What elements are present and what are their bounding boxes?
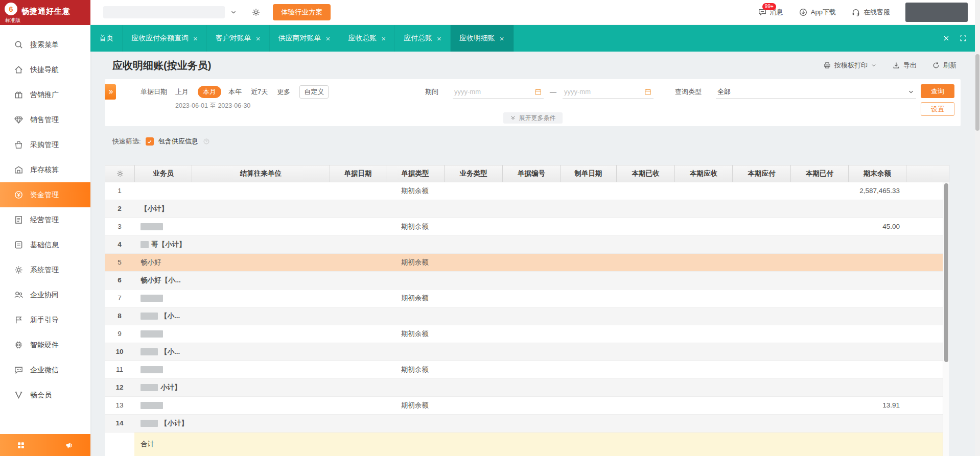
empty-cell [502, 397, 560, 415]
tab-3[interactable]: 供应商对账单× [270, 25, 340, 52]
date-filter-group: 单据日期 上月本月本年近7天更多自定义 [141, 85, 329, 99]
column-header-2[interactable]: 单据日期 [330, 165, 386, 182]
page-scrollbar-thumb[interactable] [975, 54, 979, 131]
table-scrollbar-thumb[interactable] [944, 183, 948, 362]
tab-close-icon[interactable]: × [326, 35, 331, 42]
date-option-0[interactable]: 上月 [175, 87, 189, 97]
collapse-panel-button[interactable] [105, 84, 116, 100]
expand-more-button[interactable]: 展开更多条件 [503, 112, 563, 124]
sidebar-item-warehouse[interactable]: 库存核算 [0, 157, 90, 182]
messages-button[interactable]: 99+ 消息 [758, 8, 783, 17]
industry-solution-button[interactable]: 体验行业方案 [273, 4, 331, 20]
date-option-3[interactable]: 近7天 [251, 87, 268, 97]
column-header-4[interactable]: 业务类型 [445, 165, 503, 182]
sidebar-item-diamond[interactable]: 销售管理 [0, 107, 90, 132]
sidebar-item-bag[interactable]: 采购管理 [0, 132, 90, 157]
table-row[interactable]: 10【小... [105, 343, 949, 361]
sidebar-item-report[interactable]: 经营管理 [0, 207, 90, 232]
date-option-5[interactable]: 自定义 [299, 85, 329, 99]
table-row[interactable]: 5畅小好期初余额 [105, 254, 949, 272]
tab-close-icon[interactable]: × [381, 35, 386, 42]
export-button[interactable]: 导出 [892, 61, 917, 70]
column-header-0[interactable]: 业务员 [135, 165, 192, 182]
column-header-3[interactable]: 单据类型 [386, 165, 445, 182]
column-header-11[interactable]: 期末余额 [849, 165, 906, 182]
table-row[interactable]: 2【小计】 [105, 200, 949, 218]
empty-cell [560, 343, 616, 361]
tab-6[interactable]: 应收明细账× [451, 25, 514, 52]
tab-close-icon[interactable]: × [437, 35, 441, 42]
online-service-button[interactable]: 在线客服 [851, 8, 890, 17]
table-row[interactable]: 1期初余额2,587,465.33 [105, 182, 949, 200]
sidebar-item-wechat[interactable]: 企业微信 [0, 357, 90, 382]
period-to-input[interactable]: yyyy-mm [563, 85, 654, 99]
refresh-button[interactable]: 刷新 [932, 61, 956, 70]
tab-close-icon[interactable]: × [256, 35, 261, 42]
sidebar-item-info[interactable]: 基础信息 [0, 232, 90, 257]
close-all-tabs-icon[interactable] [942, 34, 950, 42]
tab-close-icon[interactable]: × [193, 35, 198, 42]
column-header-5[interactable]: 单据编号 [503, 165, 561, 182]
table-row[interactable]: 4哥【小计】 [105, 236, 949, 254]
table-row[interactable]: 12小计】 [105, 379, 949, 397]
help-icon[interactable] [203, 138, 210, 145]
column-header-1[interactable]: 结算往来单位 [192, 165, 330, 182]
tab-4[interactable]: 应收总账× [339, 25, 395, 52]
brand-area: 6 畅捷通好生意 标准版 [0, 0, 90, 25]
table-row[interactable]: 13期初余额13.91 [105, 397, 949, 415]
empty-cell [906, 415, 943, 433]
include-supply-checkbox[interactable] [146, 137, 154, 146]
search-button[interactable]: 查询 [921, 84, 954, 98]
empty-cell [790, 290, 848, 307]
print-by-template-button[interactable]: 按模板打印 [823, 61, 877, 70]
period-from-input[interactable]: yyyy-mm [453, 85, 544, 99]
tab-1[interactable]: 应收应付余额查询× [123, 25, 207, 52]
sidebar-item-member[interactable]: 畅会员 [0, 382, 90, 407]
date-option-2[interactable]: 本年 [228, 87, 242, 97]
announcement-icon[interactable] [65, 441, 74, 450]
table-row[interactable]: 11期初余额 [105, 361, 949, 379]
tab-2[interactable]: 客户对账单× [207, 25, 270, 52]
sidebar-item-hardware[interactable]: 智能硬件 [0, 332, 90, 357]
sidebar-item-gift[interactable]: 营销推广 [0, 82, 90, 107]
fullscreen-icon[interactable] [960, 35, 967, 42]
table-row[interactable]: 6畅小好【小... [105, 272, 949, 290]
column-header-8[interactable]: 本期应收 [675, 165, 733, 182]
date-option-4[interactable]: 更多 [277, 87, 290, 97]
column-header-9[interactable]: 本期应付 [733, 165, 791, 182]
column-settings-button[interactable] [105, 165, 135, 182]
date-option-1[interactable]: 本月 [198, 86, 221, 98]
sidebar-item-search[interactable]: 搜索菜单 [0, 32, 90, 57]
apps-grid-icon[interactable] [16, 441, 26, 450]
tab-5[interactable]: 应付总账× [395, 25, 451, 52]
tab-close-icon[interactable]: × [500, 35, 504, 42]
column-header-10[interactable]: 本期已付 [791, 165, 849, 182]
print-label: 按模板打印 [834, 61, 868, 70]
page-scrollbar[interactable] [975, 0, 980, 456]
table-row[interactable]: 7期初余额 [105, 290, 949, 307]
empty-cell [732, 361, 790, 379]
sidebar-item-collab[interactable]: 企业协同 [0, 282, 90, 307]
table-row[interactable]: 8【小... [105, 307, 949, 325]
sidebar-item-home[interactable]: 快捷导航 [0, 57, 90, 82]
query-type-select[interactable]: 全部 [716, 85, 916, 99]
settle-unit-cell [192, 236, 330, 254]
column-header-6[interactable]: 制单日期 [561, 165, 617, 182]
gear-icon [14, 265, 24, 275]
table-row[interactable]: 9期初余额 [105, 325, 949, 343]
settings-gear-icon[interactable] [251, 8, 261, 17]
column-header-7[interactable]: 本期已收 [617, 165, 675, 182]
sidebar-item-gear[interactable]: 系统管理 [0, 257, 90, 282]
sidebar-item-money[interactable]: 资金管理 [0, 182, 90, 207]
settle-unit-cell [192, 325, 330, 343]
table-scrollbar[interactable] [943, 182, 949, 456]
tab-0[interactable]: 首页 [90, 25, 123, 52]
settings-button[interactable]: 设置 [921, 102, 954, 116]
export-icon [892, 61, 900, 69]
table-row[interactable]: 3期初余额45.00 [105, 218, 949, 236]
total-label-cell: 合计 [134, 433, 192, 456]
app-download-button[interactable]: App下载 [799, 8, 836, 17]
workspace-dropdown[interactable] [103, 6, 237, 18]
table-row[interactable]: 14【小计】 [105, 415, 949, 433]
sidebar-item-guide[interactable]: 新手引导 [0, 307, 90, 332]
